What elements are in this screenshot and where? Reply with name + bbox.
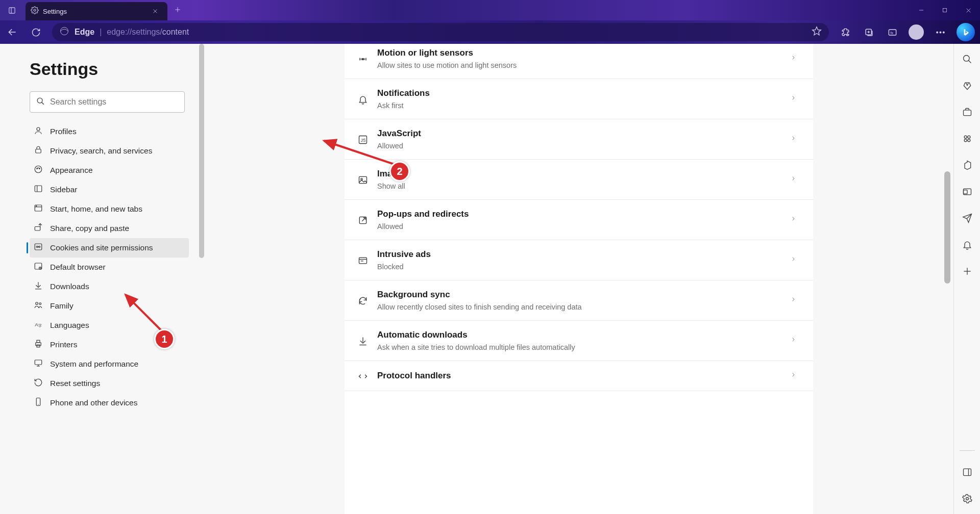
address-bar[interactable]: Edge | edge://settings/content [52, 23, 829, 41]
nav-item-privacy[interactable]: Privacy, search, and services [30, 141, 189, 161]
extensions-button[interactable] [835, 22, 855, 42]
shopping-icon[interactable] [962, 81, 972, 93]
permission-title: JavaScript [377, 128, 791, 139]
permission-title: Intrusive ads [377, 249, 791, 260]
settings-search[interactable] [30, 91, 185, 113]
permission-row-protocol[interactable]: Protocol handlers [345, 361, 813, 391]
svg-line-69 [968, 61, 971, 63]
notifications-icon [356, 94, 370, 105]
collections-button[interactable] [859, 22, 879, 42]
nav-item-label: Start, home, and new tabs [50, 204, 142, 214]
svg-rect-60 [359, 176, 367, 183]
menu-button[interactable] [930, 22, 950, 42]
nav-item-cookies[interactable]: Cookies and site permissions [30, 238, 189, 258]
new-tab-button[interactable] [170, 3, 185, 17]
chevron-right-icon [791, 336, 796, 346]
svg-line-71 [967, 83, 969, 86]
permission-row-motion[interactable]: Motion or light sensorsAllow sites to us… [345, 44, 813, 79]
nav-item-phone[interactable]: Phone and other devices [30, 393, 189, 413]
gear-icon [31, 6, 39, 16]
svg-rect-51 [37, 345, 40, 347]
content-scrollbar[interactable] [944, 171, 950, 284]
permission-sub: Show all [377, 182, 791, 190]
nav-item-label: Printers [50, 340, 77, 349]
permission-sub: Allowed [377, 222, 791, 230]
nav-item-label: Family [50, 301, 74, 311]
nav-item-start[interactable]: Start, home, and new tabs [30, 199, 189, 219]
permission-row-popups[interactable]: Pop-ups and redirectsAllowed [345, 200, 813, 240]
screenshot-button[interactable]: fx [882, 22, 902, 42]
svg-point-45 [36, 302, 38, 305]
tools-icon[interactable] [962, 107, 972, 119]
minimize-button[interactable] [910, 0, 933, 20]
permission-sub: Allow recently closed sites to finish se… [377, 303, 791, 311]
svg-rect-79 [963, 190, 967, 194]
nav-item-label: Privacy, search, and services [50, 146, 152, 156]
settings-gear-icon[interactable] [962, 494, 972, 506]
maximize-button[interactable] [933, 0, 957, 20]
svg-point-24 [37, 98, 42, 103]
nav-item-label: Sidebar [50, 185, 77, 194]
permission-row-notifications[interactable]: NotificationsAsk first [345, 79, 813, 119]
nav-item-share[interactable]: Share, copy and paste [30, 219, 189, 238]
search-icon [36, 97, 45, 108]
outlook-icon[interactable] [962, 187, 972, 199]
games-icon[interactable] [962, 134, 972, 146]
svg-rect-27 [36, 149, 41, 153]
permission-row-bgsync[interactable]: Background syncAllow recently closed sit… [345, 280, 813, 321]
tab-close-button[interactable] [148, 4, 162, 18]
svg-point-57 [362, 58, 363, 60]
profile-avatar[interactable] [909, 24, 924, 40]
protocol-icon [356, 371, 370, 381]
back-button[interactable] [2, 22, 22, 42]
tab-title: Settings [43, 8, 144, 15]
browser-tab[interactable]: Settings [26, 2, 167, 20]
ads-icon [356, 255, 370, 266]
permission-title: Automatic downloads [377, 330, 791, 340]
profiles-icon [34, 126, 43, 137]
nav-item-default[interactable]: Default browser [30, 258, 189, 277]
refresh-button[interactable] [26, 22, 46, 42]
search-icon[interactable] [962, 54, 972, 66]
nav-item-reset[interactable]: Reset settings [30, 374, 189, 393]
nav-scrollbar[interactable] [199, 44, 204, 258]
permission-row-images[interactable]: ImagesShow all [345, 160, 813, 200]
bing-button[interactable] [957, 23, 975, 41]
phone-icon [34, 397, 43, 408]
nav-item-label: Cookies and site permissions [50, 243, 153, 252]
nav-item-profiles[interactable]: Profiles [30, 122, 189, 141]
nav-item-label: Phone and other devices [50, 398, 137, 407]
appearance-icon [34, 165, 43, 176]
settings-nav: Settings ProfilesPrivacy, search, and se… [0, 44, 204, 514]
reset-icon [34, 378, 43, 389]
favorite-star-button[interactable] [812, 26, 822, 38]
svg-text:fx: fx [890, 31, 893, 35]
svg-point-22 [940, 32, 941, 33]
close-button[interactable] [957, 0, 980, 20]
permission-sub: Allow sites to use motion and light sens… [377, 61, 791, 69]
chevron-right-icon [791, 215, 796, 225]
hide-sidebar-icon[interactable] [962, 467, 972, 479]
privacy-icon [34, 145, 43, 157]
send-icon[interactable] [962, 213, 972, 225]
add-icon[interactable] [962, 266, 972, 278]
nav-item-system[interactable]: System and performance [30, 354, 189, 374]
search-input[interactable] [50, 97, 178, 107]
downloads-icon [34, 281, 43, 292]
permission-row-javascript[interactable]: JSJavaScriptAllowed [345, 119, 813, 160]
tab-actions-button[interactable] [0, 0, 23, 20]
share-icon [34, 223, 43, 234]
window-controls [910, 0, 980, 20]
permission-row-autodl[interactable]: Automatic downloadsAsk when a site tries… [345, 321, 813, 361]
svg-point-74 [967, 136, 970, 138]
sidebar-icon [34, 184, 43, 195]
nav-item-appearance[interactable]: Appearance [30, 161, 189, 180]
permission-row-ads[interactable]: Intrusive adsBlocked [345, 240, 813, 280]
office-icon[interactable] [962, 160, 972, 172]
nav-item-sidebar[interactable]: Sidebar [30, 180, 189, 199]
svg-point-35 [36, 205, 37, 206]
nav-item-label: Share, copy and paste [50, 224, 129, 233]
permission-sub: Ask when a site tries to download multip… [377, 343, 791, 351]
svg-rect-52 [35, 360, 42, 365]
bell-icon[interactable] [962, 240, 972, 252]
